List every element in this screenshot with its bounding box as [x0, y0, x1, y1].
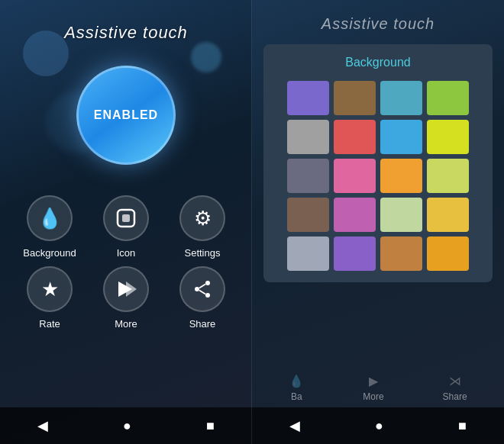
enabled-label: ENABLED: [94, 108, 158, 122]
share-icon: [179, 266, 225, 312]
color-cell-8[interactable]: [287, 159, 329, 193]
recent-button[interactable]: ■: [191, 412, 230, 440]
right-recent-button[interactable]: ■: [443, 412, 482, 440]
more-icon: [103, 266, 149, 312]
share-label: Share: [189, 318, 216, 330]
right-bottom-labels: 💧 Ba ▶ More ⋊ Share: [252, 370, 504, 406]
color-cell-5[interactable]: [334, 120, 376, 154]
right-panel-title: Assistive touch: [321, 15, 435, 33]
settings-label: Settings: [185, 247, 221, 259]
color-cell-16[interactable]: [287, 236, 329, 271]
svg-point-6: [205, 293, 210, 298]
right-more-label: More: [363, 391, 383, 402]
right-ba-label: Ba: [291, 391, 302, 402]
right-more-icon: ▶: [369, 374, 378, 388]
icon-label: Icon: [117, 247, 136, 259]
menu-item-more[interactable]: More: [103, 266, 149, 330]
color-cell-10[interactable]: [380, 159, 422, 193]
color-cell-14[interactable]: [380, 198, 422, 232]
popup-title: Background: [345, 56, 410, 69]
background-label: Background: [23, 247, 76, 259]
menu-item-settings[interactable]: ⚙ Settings: [179, 195, 225, 259]
svg-line-8: [199, 291, 205, 294]
right-bottom-more: ▶ More: [363, 374, 383, 402]
color-cell-3[interactable]: [427, 81, 469, 115]
menu-item-background[interactable]: 💧 Background: [23, 195, 76, 259]
rate-icon: ★: [27, 266, 73, 312]
svg-point-4: [205, 281, 210, 285]
right-bottom-nav: ◀ ● ■: [252, 407, 504, 444]
right-bottom-ba: 💧 Ba: [289, 374, 304, 402]
right-bottom-share: ⋊ Share: [443, 374, 467, 402]
left-panel-title: Assistive touch: [64, 23, 188, 43]
svg-point-5: [195, 287, 199, 291]
svg-rect-1: [122, 214, 130, 222]
right-share-icon: ⋊: [449, 374, 461, 388]
color-cell-19[interactable]: [427, 236, 469, 271]
rate-label: Rate: [39, 318, 60, 330]
background-icon: 💧: [27, 195, 73, 241]
color-cell-18[interactable]: [380, 236, 422, 271]
right-back-button[interactable]: ◀: [274, 411, 315, 440]
color-cell-6[interactable]: [380, 120, 422, 154]
menu-item-icon[interactable]: Icon: [103, 195, 149, 259]
color-cell-7[interactable]: [427, 120, 469, 154]
right-home-button[interactable]: ●: [360, 412, 399, 440]
home-button[interactable]: ●: [108, 412, 147, 440]
color-cell-9[interactable]: [334, 159, 376, 193]
icon-icon: [103, 195, 149, 241]
color-cell-2[interactable]: [380, 81, 422, 115]
color-picker-popup: Background: [263, 44, 493, 282]
right-ba-icon: 💧: [289, 374, 304, 388]
menu-item-rate[interactable]: ★ Rate: [27, 266, 73, 330]
back-button[interactable]: ◀: [22, 411, 63, 440]
bokeh-2: [191, 42, 221, 72]
right-panel: Assistive touch Background 💧 Ba ▶ More ⋊…: [252, 0, 504, 444]
panel-divider: [251, 0, 252, 444]
left-panel: Assistive touch ENABLED 💧 Background Ico…: [0, 0, 252, 444]
settings-icon: ⚙: [179, 195, 225, 241]
left-bottom-nav: ◀ ● ■: [0, 407, 252, 444]
color-cell-0[interactable]: [287, 81, 329, 115]
color-cell-1[interactable]: [334, 81, 376, 115]
svg-marker-3: [126, 282, 137, 297]
bokeh-1: [23, 31, 69, 76]
color-cell-4[interactable]: [287, 120, 329, 154]
color-grid: [287, 81, 469, 271]
color-cell-13[interactable]: [334, 198, 376, 232]
color-cell-15[interactable]: [427, 198, 469, 232]
more-label: More: [115, 318, 137, 330]
menu-item-share[interactable]: Share: [179, 266, 225, 330]
color-cell-12[interactable]: [287, 198, 329, 232]
svg-line-7: [199, 285, 205, 288]
color-cell-11[interactable]: [427, 159, 469, 193]
menu-grid: 💧 Background Icon ⚙ Settings ★ Rate: [15, 195, 237, 330]
right-share-label: Share: [443, 391, 467, 402]
color-cell-17[interactable]: [334, 236, 376, 271]
enabled-button[interactable]: ENABLED: [76, 66, 176, 165]
